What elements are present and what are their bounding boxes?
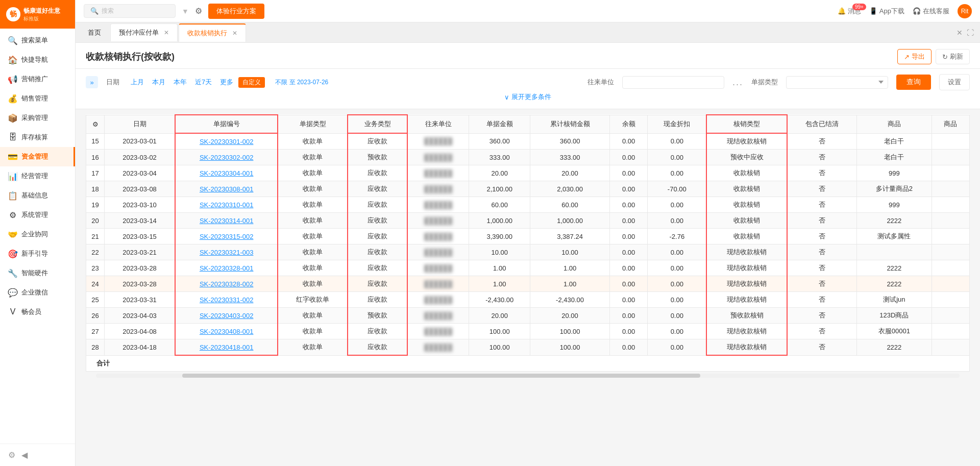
filter-collapse-button[interactable]: » [86, 76, 98, 88]
table-row[interactable]: 28 2023-04-18 SK-20230418-001 收款单 应收款 ██… [86, 339, 970, 356]
sidebar-item-marketing[interactable]: 📢 营销推广 [0, 69, 75, 89]
date-btn-this-year[interactable]: 本年 [170, 77, 190, 88]
tab-close-collection[interactable]: ✕ [232, 30, 237, 37]
bill-no-link[interactable]: SK-20230321-003 [200, 249, 254, 256]
cell-bill-no[interactable]: SK-20230301-002 [175, 133, 278, 150]
expand-conditions-button[interactable]: ∨ 展开更多条件 [504, 92, 551, 102]
sidebar-item-label-enterprise: 企业协同 [21, 230, 48, 239]
cell-bill-no[interactable]: SK-20230315-002 [175, 229, 278, 244]
app-download-button[interactable]: 📱 App下载 [869, 7, 904, 16]
gear-icon[interactable]: ⚙ [195, 6, 202, 16]
sidebar-item-finance[interactable]: 💳 资金管理 [0, 147, 75, 166]
partner-input[interactable] [622, 76, 724, 89]
table-row[interactable]: 16 2023-03-02 SK-20230302-002 收款单 预收款 ██… [86, 150, 970, 165]
settings-icon[interactable]: ⚙ [8, 450, 15, 460]
table-row[interactable]: 27 2023-04-08 SK-20230408-001 收款单 应收款 ██… [86, 324, 970, 339]
cell-bill-no[interactable]: SK-20230328-001 [175, 260, 278, 276]
bill-no-link[interactable]: SK-20230408-001 [200, 328, 254, 335]
table-row[interactable]: 22 2023-03-21 SK-20230321-003 收款单 应收款 ██… [86, 244, 970, 260]
col-header-gear[interactable]: ⚙ [86, 115, 105, 133]
maximize-icon[interactable]: ⛶ [967, 29, 974, 37]
bill-no-link[interactable]: SK-20230403-002 [200, 312, 254, 320]
cell-amount: 20.00 [469, 308, 530, 324]
bill-type-select[interactable] [786, 76, 888, 89]
table-row[interactable]: 19 2023-03-10 SK-20230310-001 收款单 应收款 ██… [86, 197, 970, 213]
cell-bill-no[interactable]: SK-20230418-001 [175, 339, 278, 356]
table-row[interactable]: 25 2023-03-31 SK-20230331-002 红字收款单 应收款 … [86, 292, 970, 308]
bill-no-link[interactable]: SK-20230331-002 [200, 296, 254, 304]
date-btn-7days[interactable]: 近7天 [192, 77, 215, 88]
table-row[interactable]: 20 2023-03-14 SK-20230314-001 收款单 应收款 ██… [86, 213, 970, 229]
cell-bill-no[interactable]: SK-20230408-001 [175, 324, 278, 339]
cell-verified: 20.00 [530, 165, 610, 181]
query-button[interactable]: 查询 [896, 75, 931, 90]
cell-bill-no[interactable]: SK-20230314-001 [175, 213, 278, 229]
col-header-biz-type: 业务类型 [348, 115, 407, 133]
bill-no-link[interactable]: SK-20230315-002 [200, 233, 254, 240]
table-row[interactable]: 26 2023-04-03 SK-20230403-002 收款单 预收款 ██… [86, 308, 970, 324]
sidebar-item-label-member: 畅会员 [21, 307, 41, 316]
sidebar-item-hardware[interactable]: 🔧 智能硬件 [0, 263, 75, 283]
bill-no-link[interactable]: SK-20230301-002 [200, 138, 254, 145]
sidebar-item-inventory[interactable]: 🗄 库存核算 [0, 128, 75, 147]
table-row[interactable]: 18 2023-03-08 SK-20230308-001 收款单 应收款 ██… [86, 181, 970, 197]
sidebar-item-quick-nav[interactable]: 🏠 快捷导航 [0, 50, 75, 69]
sidebar-item-sales[interactable]: 💰 销售管理 [0, 89, 75, 108]
tab-home[interactable]: 首页 [80, 24, 109, 41]
cell-verified: 1.00 [530, 260, 610, 276]
cell-amount: 20.00 [469, 165, 530, 181]
horizontal-scrollbar[interactable] [96, 374, 960, 378]
sidebar-item-purchase[interactable]: 📦 采购管理 [0, 108, 75, 128]
cell-bill-no[interactable]: SK-20230304-001 [175, 165, 278, 181]
avatar[interactable]: Rit [958, 4, 972, 18]
tab-close-pre-payment[interactable]: ✕ [164, 29, 169, 36]
refresh-button[interactable]: ↻ 刷新 [936, 49, 970, 64]
sidebar-item-member[interactable]: V 畅会员 [0, 302, 75, 322]
online-service-button[interactable]: 🎧 在线客服 [913, 7, 949, 16]
sidebar-item-basic[interactable]: 📋 基础信息 [0, 186, 75, 205]
cell-bill-no[interactable]: SK-20230403-002 [175, 308, 278, 324]
bill-no-link[interactable]: SK-20230304-001 [200, 169, 254, 177]
table-row[interactable]: 21 2023-03-15 SK-20230315-002 收款单 应收款 ██… [86, 229, 970, 244]
bill-no-link[interactable]: SK-20230308-001 [200, 185, 254, 193]
sidebar-item-search[interactable]: 🔍 搜索菜单 [0, 31, 75, 50]
export-button[interactable]: ↗ 导出 [897, 49, 932, 64]
sidebar-item-wechat[interactable]: 💬 企业微信 [0, 283, 75, 302]
sidebar-item-enterprise[interactable]: 🤝 企业协同 [0, 225, 75, 244]
notification-button[interactable]: 🔔 消息 99+ [838, 7, 861, 16]
bill-no-link[interactable]: SK-20230328-001 [200, 264, 254, 272]
topbar-search[interactable]: 🔍 搜索 [84, 4, 176, 18]
sidebar-item-operation[interactable]: 📊 经营管理 [0, 166, 75, 186]
cell-bill-no[interactable]: SK-20230302-002 [175, 150, 278, 165]
table-row[interactable]: 23 2023-03-28 SK-20230328-001 收款单 应收款 ██… [86, 260, 970, 276]
bill-no-link[interactable]: SK-20230328-002 [200, 280, 254, 288]
table-row[interactable]: 17 2023-03-04 SK-20230304-001 收款单 应收款 ██… [86, 165, 970, 181]
date-btn-more[interactable]: 更多 [217, 77, 236, 88]
table-settings-icon[interactable]: ⚙ [92, 120, 99, 128]
bill-no-link[interactable]: SK-20230418-001 [200, 344, 254, 351]
cell-bill-no[interactable]: SK-20230328-002 [175, 276, 278, 292]
cell-bill-no[interactable]: SK-20230321-003 [175, 244, 278, 260]
sidebar-item-system[interactable]: ⚙ 系统管理 [0, 205, 75, 225]
dropdown-arrow-icon[interactable]: ▼ [182, 7, 189, 15]
bill-no-link[interactable]: SK-20230310-001 [200, 201, 254, 209]
date-btn-this-month[interactable]: 本月 [149, 77, 168, 88]
scroll-thumb[interactable] [182, 374, 700, 378]
tab-collection-verify[interactable]: 收款核销执行 ✕ [179, 23, 246, 42]
cell-bill-no[interactable]: SK-20230310-001 [175, 197, 278, 213]
cell-bill-no[interactable]: SK-20230308-001 [175, 181, 278, 197]
table-row[interactable]: 24 2023-03-28 SK-20230328-002 收款单 应收款 ██… [86, 276, 970, 292]
bill-no-link[interactable]: SK-20230314-001 [200, 217, 254, 225]
date-custom-button[interactable]: 自定义 [238, 77, 265, 88]
date-btn-last-month[interactable]: 上月 [128, 77, 147, 88]
bill-no-link[interactable]: SK-20230302-002 [200, 154, 254, 161]
tab-pre-payment[interactable]: 预付冲应付单 ✕ [110, 23, 178, 41]
sidebar-item-guide[interactable]: 🎯 新手引导 [0, 244, 75, 263]
close-window-icon[interactable]: ✕ [957, 29, 963, 37]
cell-bill-no[interactable]: SK-20230331-002 [175, 292, 278, 308]
filter-settings-button[interactable]: 设置 [939, 74, 970, 90]
logo-text: 畅康道好生意 标推版 [23, 7, 60, 22]
table-row[interactable]: 15 2023-03-01 SK-20230301-002 收款单 应收款 ██… [86, 133, 970, 150]
collapse-icon[interactable]: ◀ [21, 450, 28, 460]
solution-button[interactable]: 体验行业方案 [208, 4, 264, 19]
